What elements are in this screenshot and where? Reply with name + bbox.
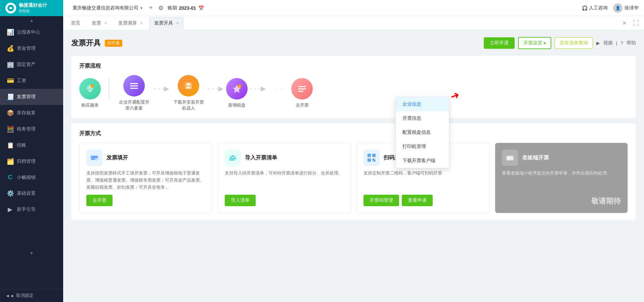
box-icon: 📦 [7, 109, 13, 117]
right-actions: 🎧 人工咨询 👤 徐泽华 [582, 3, 639, 13]
sidebar-item-xiaochang[interactable]: C 小畅报销 [0, 169, 63, 185]
period-label: 账期 [168, 5, 177, 11]
svg-rect-29 [369, 159, 370, 161]
company-selector[interactable]: 重庆畅捷交通信息咨询有限公司 ▾ [73, 5, 142, 11]
add-icon[interactable]: + [149, 4, 153, 11]
qrcode-manage-button[interactable]: 开票码管理 [363, 195, 399, 206]
sidebar-item-gudingzichan[interactable]: 🏢 固定资产 [0, 56, 63, 73]
flow-divider-1 [109, 78, 109, 99]
more-steps: · · · [268, 85, 291, 92]
sidebar-label: 基础设置 [17, 190, 36, 196]
sidebar-item-kucun[interactable]: 📦 库存核算 [0, 105, 63, 121]
user-area[interactable]: 👤 徐泽华 [613, 3, 639, 13]
svg-rect-20 [91, 159, 95, 159]
coming-soon-overlay: 敬请期待 [591, 196, 621, 206]
method-title-4: 老板端开票 [522, 154, 549, 161]
building-icon: 🏢 [7, 61, 13, 68]
flow-arrow-3: - - -▶ [248, 84, 268, 92]
svg-rect-6 [130, 83, 138, 84]
activate-button[interactable]: 立即开通 [484, 37, 515, 49]
user-name: 徐泽华 [625, 5, 639, 11]
calendar-icon[interactable]: 📅 [198, 5, 204, 11]
svg-rect-37 [507, 159, 511, 160]
sidebar-item-jichu[interactable]: ⚙️ 基础设置 [0, 185, 63, 201]
method-header-4: 老板端开票 [502, 150, 621, 166]
company-name: 重庆畅捷交通信息咨询有限公司 [73, 5, 138, 11]
sidebar-bottom-label: 取消固定 [16, 293, 34, 299]
flow-icon-4: + [226, 78, 248, 100]
tab-fapiao-label: 发票 [92, 20, 101, 26]
flow-icon-2 [123, 75, 145, 97]
pin-icon: ◄◄ [5, 293, 14, 298]
sidebar-label: 云报表中心 [17, 29, 40, 35]
dropdown-item-printer[interactable]: 打印机管理 [396, 140, 449, 154]
help-label[interactable]: 帮助 [627, 40, 636, 46]
sidebar-label: 归档管理 [17, 158, 36, 164]
tab-fapiaocesuan[interactable]: 发票测算 × [113, 17, 148, 29]
methods-title: 开票方式 [79, 130, 628, 137]
sidebar-label: 新手引导 [17, 206, 36, 213]
dropdown-item-qiyexinxi[interactable]: 企业信息 [396, 97, 449, 111]
sidebar-item-gongzi[interactable]: 💳 工资 [0, 73, 63, 89]
gear-icon: ⚙️ [7, 190, 13, 197]
period-value: 2023-01 [179, 5, 196, 11]
app-wrapper: 畅捷通好会计 旗舰版 重庆畅捷交通信息咨询有限公司 ▾ + ⚙ 账期 2023-… [0, 0, 644, 302]
dropdown-menu: 企业信息 开票信息 配置税盘信息 打印机管理 下载开票客户端 [395, 97, 449, 168]
sidebar-item-xinshou[interactable]: ▶ 新手引导 [0, 201, 63, 218]
tab-home[interactable]: 首页 [66, 17, 85, 29]
period-info: 账期 2023-01 📅 [168, 5, 204, 11]
sidebar-bottom-btn[interactable]: ◄◄ 取消固定 [0, 289, 63, 302]
import-list-button[interactable]: 导入清单 [225, 195, 256, 206]
close-fapiao-tab[interactable]: × [104, 21, 107, 26]
sidebar-item-shuiwu[interactable]: 🧮 税务管理 [0, 121, 63, 137]
svg-text:+: + [91, 85, 93, 88]
view-apply-button[interactable]: 查看申请 [402, 195, 433, 206]
maximize-window-btn[interactable]: ⛶ [631, 19, 641, 28]
play-icon: ▶ [7, 206, 13, 213]
sidebar-item-yunbaobiao[interactable]: 📊 云报表中心 [0, 24, 63, 40]
sidebar-item-jiezhang[interactable]: 📋 结账 [0, 137, 63, 153]
tax-icon: 🧮 [7, 125, 13, 133]
video-icon: ▶ [596, 40, 600, 46]
svg-point-10 [187, 83, 190, 86]
page-header: 发票开具 待开通 立即开通 开票设置 ▾ 异常清单查询 ▶ 视频 | [71, 37, 636, 49]
close-cesuan-tab[interactable]: × [140, 21, 143, 26]
sidebar-label: 库存核算 [17, 110, 36, 116]
tab-fapiao[interactable]: 发票 × [87, 17, 112, 29]
dropdown-item-kaipiaoXinxi[interactable]: 开票信息 [396, 111, 449, 125]
exception-button[interactable]: 异常清单查询 [555, 37, 593, 49]
svg-text:+: + [239, 85, 241, 88]
logo-text-area: 畅捷通好会计 旗舰版 [19, 2, 47, 13]
support-label: 人工咨询 [589, 5, 608, 11]
svg-rect-25 [369, 155, 370, 156]
close-window-btn[interactable]: ✕ [619, 18, 629, 28]
settings-button[interactable]: 开票设置 ▾ [518, 37, 551, 49]
sidebar-scroll-up[interactable]: ▲ [0, 16, 63, 24]
sidebar-scroll-down[interactable]: ▼ [0, 249, 63, 257]
video-label[interactable]: 视频 [603, 40, 613, 46]
dropdown-item-peizhi[interactable]: 配置税盘信息 [396, 125, 449, 140]
tab-fapiaokaiju[interactable]: 发票开具 × [149, 17, 184, 29]
sidebar-item-zijin[interactable]: 💰 资金管理 [0, 40, 63, 56]
method-card-laobanduan: 老板端开票 查看老板端小程序提交的开票申请，并作出相应的处理。 敬请期待 [495, 143, 628, 213]
sidebar-label: 税务管理 [17, 126, 36, 132]
method-title-2: 导入开票清单 [245, 154, 277, 161]
dropdown-item-download[interactable]: 下载开票客户端 [396, 154, 449, 168]
go-invoice-button[interactable]: 去开票 [86, 195, 113, 206]
svg-rect-30 [373, 159, 374, 160]
flow-label-1: 购买服务 [81, 102, 99, 108]
support-button[interactable]: 🎧 人工咨询 [582, 5, 608, 11]
close-kaiju-tab[interactable]: × [176, 21, 179, 26]
money-icon: 💰 [7, 45, 13, 52]
tab-bar: 首页 发票 × 发票测算 × 发票开具 × ✕ ⛶ [63, 16, 644, 30]
sidebar-item-guidang[interactable]: 🗂️ 归档管理 [0, 153, 63, 169]
sidebar-label: 发票管理 [17, 94, 36, 100]
main-area: ▲ 📊 云报表中心 💰 资金管理 🏢 固定资产 💳 工资 🧾 发票管理 [0, 16, 644, 302]
settings-icon[interactable]: ⚙ [158, 4, 164, 12]
svg-rect-27 [373, 155, 375, 156]
method-icon-3 [363, 150, 380, 166]
sidebar-item-fapiao[interactable]: 🧾 发票管理 [0, 89, 63, 105]
svg-rect-18 [91, 156, 98, 157]
flow-step-4: + 新增税盘 [226, 78, 248, 108]
ledger-icon: 📋 [7, 142, 13, 149]
